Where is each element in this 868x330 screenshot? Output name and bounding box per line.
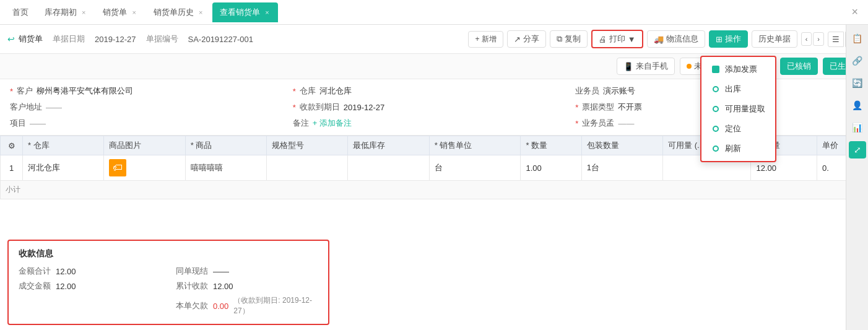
- subtotal-label: 小计: [1, 181, 868, 199]
- warehouse-value[interactable]: 河北仓库: [319, 85, 352, 97]
- print-icon: 🖨: [599, 35, 607, 44]
- new-button[interactable]: + 新增: [468, 31, 503, 48]
- doc-meta: 单据日期 2019-12-27 单据编号 SA-20191227-001: [53, 33, 253, 45]
- doc-actions: + 新增 ↗ 分享 ⧉ 复制 🖨 打印 ▼ 🚚 物流信息: [468, 30, 861, 48]
- warehouse-label: 仓库: [300, 85, 316, 97]
- sidebar-icon-expand[interactable]: ⤢: [849, 141, 866, 158]
- add-note-button[interactable]: + 添加备注: [313, 118, 352, 129]
- operations-icon: ⊞: [716, 35, 723, 44]
- balance-value: 0.00: [213, 302, 228, 311]
- doc-title: ↩ 销货单: [7, 33, 43, 45]
- refresh-icon: [713, 145, 719, 152]
- sidebar-icon-user[interactable]: 👤: [849, 97, 866, 114]
- print-button[interactable]: 🖨 打印 ▼: [591, 30, 643, 48]
- salesperson-label: 业务员孟: [582, 118, 614, 129]
- next-button[interactable]: ›: [813, 32, 824, 46]
- customer-value[interactable]: 柳州粤港平安气体有限公司: [37, 85, 133, 97]
- outbound-icon: [713, 86, 719, 92]
- logistics-button[interactable]: 🚚 物流信息: [647, 30, 705, 48]
- col-spec: 规格型号: [266, 136, 347, 155]
- dropdown-refresh[interactable]: 刷新: [701, 139, 775, 158]
- right-sidebar: 📋 🔗 🔄 👤 📊 ⤢: [846, 25, 868, 330]
- transaction-row: 成交金额 12.00: [19, 280, 161, 292]
- orange-dot-icon: [687, 64, 692, 69]
- col-pack-qty: 包装数量: [581, 136, 662, 155]
- tab-view-sales-close[interactable]: ×: [264, 9, 270, 16]
- dropdown-outbound[interactable]: 出库: [701, 79, 775, 99]
- print-dropdown-icon: ▼: [628, 35, 636, 44]
- operations-dropdown: 添加发票 出库 可用量提取 定位 刷新: [700, 56, 776, 162]
- total-value: 12.00: [56, 267, 76, 276]
- address-label: 客户地址: [10, 102, 42, 113]
- row-product: 嘻嘻嘻嘻: [185, 155, 266, 181]
- doc-number-value: SA-20191227-001: [188, 35, 254, 44]
- dropdown-locate[interactable]: 定位: [701, 119, 775, 139]
- ticket-type-value[interactable]: 不开票: [618, 102, 642, 113]
- sidebar-icon-clipboard[interactable]: 📋: [849, 30, 866, 47]
- list-view-button[interactable]: ☰: [828, 32, 844, 47]
- col-unit: * 销售单位: [429, 136, 521, 155]
- tab-home[interactable]: 首页: [5, 2, 36, 22]
- window-close-button[interactable]: ×: [846, 6, 863, 19]
- tab-sales-order-close[interactable]: ×: [131, 9, 137, 16]
- locate-icon: [713, 126, 719, 132]
- cancelled-button[interactable]: 已核销: [780, 58, 818, 75]
- share-icon: ↗: [514, 35, 521, 44]
- payment-grid: 金额合计 12.00 同单现结 —— 成交金额 12.00 累计收款 12.00: [19, 266, 318, 316]
- dropdown-add-invoice[interactable]: 添加发票: [701, 59, 775, 79]
- address-value: ——: [46, 103, 62, 112]
- sidebar-icon-chart[interactable]: 📊: [849, 119, 866, 136]
- customer-required-marker: *: [10, 87, 13, 96]
- col-quantity: * 数量: [521, 136, 581, 155]
- row-no: 1: [1, 155, 23, 181]
- tab-sales-order[interactable]: 销货单 ×: [95, 2, 144, 22]
- doc-date-value: 2019-12-27: [95, 35, 136, 44]
- payment-total-row: 金额合计 12.00: [19, 266, 161, 277]
- phone-icon: 📱: [623, 62, 633, 71]
- copy-button[interactable]: ⧉ 复制: [550, 30, 588, 48]
- share-button[interactable]: ↗ 分享: [507, 30, 546, 48]
- due-date-value[interactable]: 2019-12-27: [344, 103, 385, 112]
- balance-label: 本单欠款: [176, 300, 208, 311]
- nav-arrows: ‹ ›: [801, 32, 824, 46]
- transaction-label: 成交金额: [19, 280, 51, 292]
- cumulative-value: 12.00: [213, 282, 233, 291]
- project-label: 项目: [10, 118, 26, 129]
- dropdown-available-qty[interactable]: 可用量提取: [701, 99, 775, 119]
- col-warehouse: * 仓库: [23, 136, 104, 155]
- doc-number-label: 单据编号: [146, 33, 178, 45]
- customer-label: 客户: [17, 85, 33, 97]
- payment-title: 收款信息: [19, 248, 318, 259]
- operations-button[interactable]: ⊞ 操作: [709, 30, 748, 48]
- available-qty-icon: [713, 106, 719, 112]
- row-quantity: 1.00: [521, 155, 581, 181]
- row-spec: [266, 155, 347, 181]
- salesperson-required-marker: *: [575, 119, 578, 128]
- same-order-value: ——: [213, 267, 229, 276]
- project-value: ——: [30, 119, 46, 128]
- tab-sales-history-close[interactable]: ×: [197, 9, 204, 16]
- due-date-required-marker: *: [293, 103, 296, 112]
- history-button[interactable]: 历史单据: [752, 30, 797, 48]
- doc-title-icon: ↩: [7, 34, 15, 44]
- tab-view-sales[interactable]: 查看销货单 ×: [212, 2, 277, 22]
- tab-inventory-init[interactable]: 库存期初 ×: [37, 2, 94, 22]
- project-field: 项目 ——: [10, 118, 293, 129]
- tab-sales-history[interactable]: 销货单历史 ×: [146, 2, 211, 22]
- staff-label: 业务员: [575, 85, 599, 97]
- prev-button[interactable]: ‹: [801, 32, 812, 46]
- sidebar-icon-refresh[interactable]: 🔄: [849, 74, 866, 92]
- row-min-stock: [348, 155, 429, 181]
- row-pack-qty: 1台: [581, 155, 662, 181]
- sidebar-icon-link[interactable]: 🔗: [849, 52, 866, 69]
- warehouse-field: * 仓库 河北仓库: [293, 85, 576, 97]
- ticket-required-marker: *: [575, 103, 578, 112]
- logistics-icon: 🚚: [654, 35, 664, 44]
- from-phone-button[interactable]: 📱 来自手机: [617, 58, 675, 75]
- add-invoice-icon: [712, 66, 719, 73]
- row-warehouse: 河北仓库: [23, 155, 104, 181]
- doc-title-text: 销货单: [19, 33, 43, 45]
- tab-inventory-init-close[interactable]: ×: [80, 9, 87, 16]
- note-field: 备注 + 添加备注: [293, 118, 576, 129]
- doc-header: ↩ 销货单 单据日期 2019-12-27 单据编号 SA-20191227-0…: [0, 25, 868, 54]
